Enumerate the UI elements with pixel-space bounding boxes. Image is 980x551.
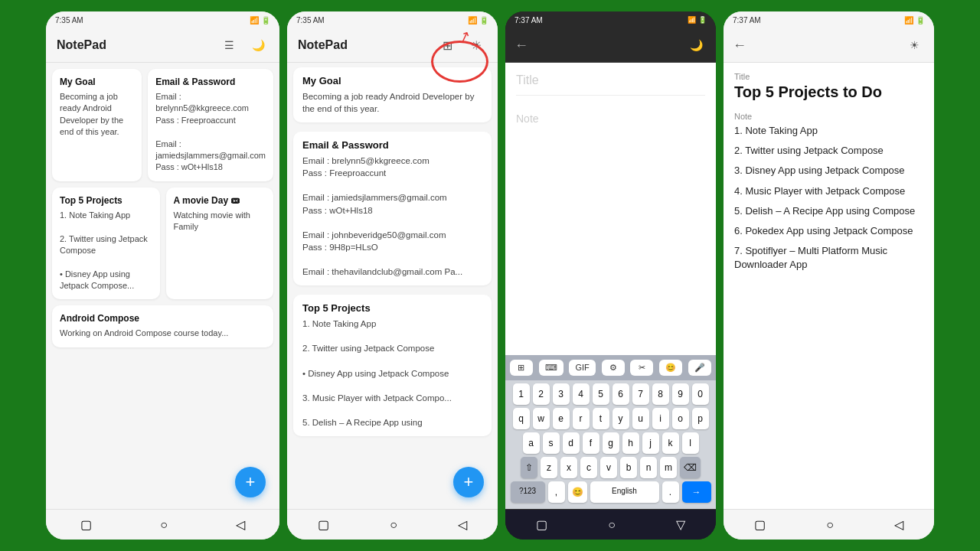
key-emoji-bottom[interactable]: 😊 xyxy=(568,481,587,503)
menu-icon[interactable]: ☰ xyxy=(218,34,240,56)
phone-4-recent-icon[interactable]: ◁ xyxy=(894,517,903,532)
back-nav-icon[interactable]: ○ xyxy=(160,518,168,532)
note-card-android-compose-title: Android Compose xyxy=(60,313,266,324)
note-detail-item-3: 3. Disney App using Jetpack Compose xyxy=(734,164,923,178)
key-f[interactable]: f xyxy=(583,432,599,454)
keyboard-tool-grid[interactable]: ⊞ xyxy=(510,360,533,376)
phone-2-add-note-fab[interactable]: + xyxy=(453,467,484,497)
key-w[interactable]: w xyxy=(533,408,550,429)
phone-3-recent-icon[interactable]: ▽ xyxy=(676,517,685,532)
phone-2-my-goal[interactable]: My Goal Becoming a job ready Android Dev… xyxy=(293,67,492,122)
key-1[interactable]: 1 xyxy=(513,383,530,405)
phone-1-network: 📶 🔋 xyxy=(250,16,270,24)
phone-3-home-icon[interactable]: ▢ xyxy=(536,517,547,532)
key-c[interactable]: c xyxy=(580,457,597,478)
key-e[interactable]: e xyxy=(553,408,570,429)
key-i[interactable]: i xyxy=(652,408,669,429)
phone-3-back-icon[interactable]: ○ xyxy=(608,518,616,532)
phone-4-back-button[interactable]: ← xyxy=(733,37,746,54)
key-u[interactable]: u xyxy=(632,408,649,429)
phone-2-top5[interactable]: Top 5 Projects 1. Note Taking App 2. Twi… xyxy=(293,295,492,436)
phone-2-recent-icon[interactable]: ◁ xyxy=(458,517,467,532)
key-v[interactable]: v xyxy=(600,457,617,478)
phone-4-home-icon[interactable]: ▢ xyxy=(754,517,766,532)
keyboard-tool-clipboard[interactable]: ✂ xyxy=(630,360,653,376)
key-l[interactable]: l xyxy=(682,432,699,454)
keyboard-tool-keyboard[interactable]: ⌨ xyxy=(539,360,564,376)
key-numbers[interactable]: ?123 xyxy=(511,481,545,503)
keyboard-tool-settings[interactable]: ⚙ xyxy=(602,360,625,376)
phone-4-title-label: Title xyxy=(734,72,923,81)
key-d[interactable]: d xyxy=(563,432,580,454)
phone-2-network: 📶 🔋 xyxy=(468,16,488,24)
key-r[interactable]: r xyxy=(573,408,590,429)
key-a[interactable]: a xyxy=(523,432,540,454)
phone-2-status-bar: 7:35 AM 📶 🔋 xyxy=(287,11,498,28)
phone-4-sun-icon[interactable]: ☀ xyxy=(903,34,925,56)
note-placeholder[interactable]: Note xyxy=(516,112,705,125)
key-j[interactable]: j xyxy=(642,432,659,454)
keyboard-toolbar: ⊞ ⌨ GIF ⚙ ✂ 😊 🎤 xyxy=(505,355,716,380)
note-card-email[interactable]: Email & Password Email : brelynn5@kkgree… xyxy=(148,69,273,181)
keyboard-tool-gif[interactable]: GIF xyxy=(569,360,595,376)
phone-2-email-body: Email : brelynn5@kkgreece.com Pass : Fre… xyxy=(302,155,482,278)
recent-nav-icon[interactable]: ◁ xyxy=(236,517,245,532)
key-4[interactable]: 4 xyxy=(573,383,590,405)
key-x[interactable]: x xyxy=(560,457,577,478)
key-7[interactable]: 7 xyxy=(632,383,649,405)
phone-1-screen: 7:35 AM 📶 🔋 NotePad ☰ 🌙 My Goal Becoming… xyxy=(46,11,279,540)
note-card-movie[interactable]: A movie Day 🎟 Watching movie with Family xyxy=(166,187,274,300)
home-nav-icon[interactable]: ▢ xyxy=(80,517,92,532)
key-b[interactable]: b xyxy=(620,457,637,478)
key-shift[interactable]: ⇧ xyxy=(521,457,537,478)
keyboard-tool-mic[interactable]: 🎤 xyxy=(688,360,711,376)
key-o[interactable]: o xyxy=(672,408,689,429)
key-z[interactable]: z xyxy=(541,457,557,478)
key-6[interactable]: 6 xyxy=(612,383,629,405)
keyboard-row-zxcv: ⇧ z x c v b n m ⌫ xyxy=(508,457,713,478)
note-card-android-compose[interactable]: Android Compose Working on Android Compo… xyxy=(52,305,273,347)
key-t[interactable]: t xyxy=(593,408,609,429)
add-note-fab[interactable]: + xyxy=(235,467,266,497)
keyboard-tool-emoji[interactable]: 😊 xyxy=(659,360,682,376)
key-p[interactable]: p xyxy=(692,408,709,429)
key-enter[interactable]: → xyxy=(682,481,711,503)
key-q[interactable]: q xyxy=(513,408,530,429)
note-card-top5[interactable]: Top 5 Projects 1. Note Taking App2. Twit… xyxy=(52,187,160,300)
key-y[interactable]: y xyxy=(612,408,629,429)
key-k[interactable]: k xyxy=(662,432,679,454)
key-8[interactable]: 8 xyxy=(652,383,669,405)
phone-4-note-detail: Title Top 5 Projects to Do Note 1. Note … xyxy=(724,63,934,509)
phone-2-home-icon[interactable]: ▢ xyxy=(318,517,329,532)
keyboard-rows: 1 2 3 4 5 6 7 8 9 0 q w xyxy=(505,380,716,509)
phone-2-back-icon[interactable]: ○ xyxy=(390,518,397,532)
key-space[interactable]: English xyxy=(590,481,659,503)
title-placeholder[interactable]: Title xyxy=(516,73,705,96)
phone-4-back-icon[interactable]: ○ xyxy=(826,518,834,532)
key-2[interactable]: 2 xyxy=(533,383,550,405)
theme-toggle-icon[interactable]: 🌙 xyxy=(247,34,269,56)
note-card-my-goal-body: Becoming a job ready Android Developer b… xyxy=(60,91,134,139)
phone-2-email[interactable]: Email & Password Email : brelynn5@kkgree… xyxy=(293,132,492,285)
key-g[interactable]: g xyxy=(603,432,619,454)
phone-2-sun-icon[interactable]: ☀ xyxy=(466,34,487,56)
key-backspace[interactable]: ⌫ xyxy=(680,457,701,478)
key-5[interactable]: 5 xyxy=(593,383,609,405)
key-0[interactable]: 0 xyxy=(692,383,709,405)
phone-3-status-bar: 7:37 AM 📶 🔋 xyxy=(505,11,716,28)
key-3[interactable]: 3 xyxy=(553,383,570,405)
phone-3-moon-icon[interactable]: 🌙 xyxy=(685,34,707,56)
phone-4-status-bar: 7:37 AM 📶 🔋 xyxy=(724,11,934,28)
key-comma[interactable]: , xyxy=(548,481,565,503)
note-card-my-goal[interactable]: My Goal Becoming a job ready Android Dev… xyxy=(52,69,142,181)
key-h[interactable]: h xyxy=(622,432,639,454)
key-9[interactable]: 9 xyxy=(672,383,689,405)
key-period[interactable]: . xyxy=(662,481,679,503)
note-detail-item-4: 4. Music Player with Jetpack Compose xyxy=(734,184,923,198)
phone-3-back-button[interactable]: ← xyxy=(514,37,528,54)
key-n[interactable]: n xyxy=(640,457,657,478)
phone-4-screen: 7:37 AM 📶 🔋 ← ☀ Title Top 5 Projects to … xyxy=(724,11,934,540)
key-m[interactable]: m xyxy=(660,457,677,478)
phone-2-grid-icon[interactable]: ⊞ xyxy=(436,34,458,56)
key-s[interactable]: s xyxy=(543,432,560,454)
